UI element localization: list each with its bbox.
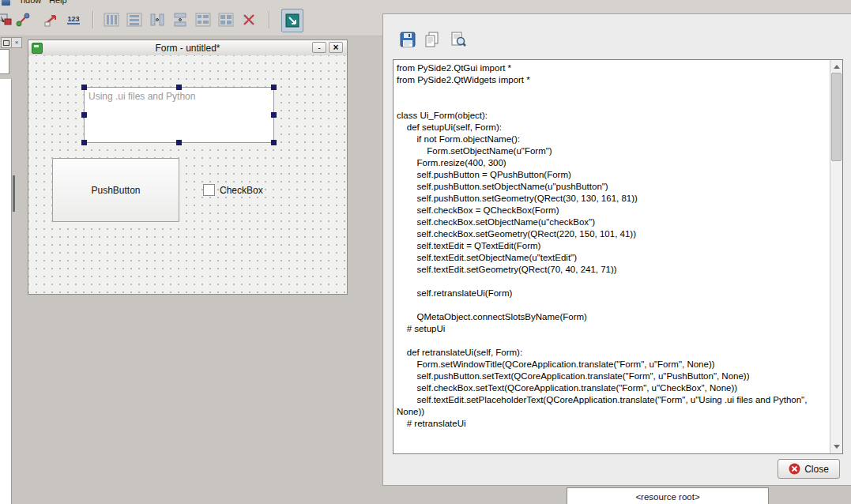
tab-order-label: 123 — [67, 15, 79, 24]
save-icon[interactable] — [398, 30, 417, 49]
code-view[interactable]: from PySide2.QtGui import * from PySide2… — [393, 59, 843, 454]
copy-icon[interactable] — [422, 30, 441, 49]
form-window-titlebar[interactable]: Form - untitled* - × — [28, 40, 347, 56]
layout-splitter-horizontal-icon[interactable] — [147, 9, 168, 31]
scrollbar-thumb[interactable] — [831, 73, 842, 161]
qt-designer-screen: ndow Help 123 — [0, 0, 851, 504]
menu-item-help[interactable]: Help — [49, 0, 67, 5]
adjust-size-icon[interactable] — [281, 9, 303, 32]
find-icon[interactable] — [449, 30, 468, 49]
selection-handle-bottom-right[interactable] — [271, 140, 277, 145]
widgetbox-scrollbar[interactable] — [13, 175, 15, 212]
toolbar-separator — [269, 11, 270, 28]
edit-buddies-icon[interactable] — [41, 9, 62, 31]
form-editor-window: Form - untitled* - × Using .ui files and… — [28, 39, 348, 295]
checkbox-indicator[interactable] — [203, 184, 215, 196]
code-vertical-scrollbar[interactable] — [830, 60, 842, 453]
selection-handle-top-middle[interactable] — [176, 85, 182, 90]
layout-splitter-vertical-icon[interactable] — [170, 9, 190, 31]
dock-close-button[interactable]: × — [11, 37, 22, 48]
edit-tab-order-icon[interactable]: 123 — [63, 9, 84, 31]
close-button[interactable]: Close — [778, 459, 840, 479]
edit-signals-slots-icon[interactable] — [13, 9, 33, 31]
selection-handle-middle-right[interactable] — [271, 112, 277, 118]
float-icon — [3, 40, 9, 46]
close-icon: × — [15, 39, 19, 46]
scroll-up-arrow[interactable] — [830, 61, 842, 73]
form-canvas[interactable]: Using .ui files and Python PushButton Ch… — [28, 55, 347, 294]
widgetbox-panel-fragment — [0, 79, 12, 504]
selection-handle-top-right[interactable] — [271, 85, 277, 90]
toolbar-separator — [92, 11, 94, 28]
resource-browser-fragment: <resource root> — [567, 487, 769, 504]
selection-handle-middle-left[interactable] — [81, 112, 87, 118]
layout-vertical-icon[interactable] — [124, 9, 145, 31]
menu-item-window[interactable]: ndow — [21, 0, 41, 5]
resource-root-item[interactable]: <resource root> — [635, 492, 699, 502]
layout-horizontal-icon[interactable] — [101, 9, 122, 31]
textedit-widget[interactable]: Using .ui files and Python — [84, 87, 274, 143]
layout-grid-icon[interactable] — [216, 9, 236, 31]
scroll-down-arrow[interactable] — [830, 441, 842, 453]
layout-form-icon[interactable] — [193, 9, 213, 31]
textedit-placeholder: Using .ui files and Python — [88, 91, 273, 102]
dock-float-button[interactable] — [1, 37, 12, 48]
selection-handle-bottom-left[interactable] — [81, 140, 87, 145]
form-window-title: Form - untitled* — [28, 43, 347, 54]
form-close-button[interactable]: × — [329, 42, 343, 53]
checkbox-label: CheckBox — [220, 185, 263, 196]
selection-handle-top-left[interactable] — [81, 85, 87, 90]
pushbutton-widget[interactable]: PushButton — [52, 158, 179, 222]
widgetbox-filter-fragment[interactable] — [0, 49, 9, 74]
close-icon — [789, 463, 800, 475]
generated-code: from PySide2.QtGui import * from PySide2… — [393, 60, 830, 432]
menubar: ndow Help — [0, 0, 851, 7]
checkbox-widget[interactable]: CheckBox — [202, 174, 282, 206]
code-preview-dialog: from PySide2.QtGui import * from PySide2… — [382, 13, 851, 486]
selection-handle-bottom-middle[interactable] — [176, 140, 182, 145]
form-minimize-button[interactable]: - — [312, 42, 326, 53]
close-button-label: Close — [804, 464, 829, 475]
app-icon — [2, 0, 10, 6]
code-text-area[interactable]: from PySide2.QtGui import * from PySide2… — [393, 60, 830, 453]
pushbutton-label: PushButton — [91, 185, 140, 196]
break-layout-icon[interactable] — [239, 9, 259, 31]
